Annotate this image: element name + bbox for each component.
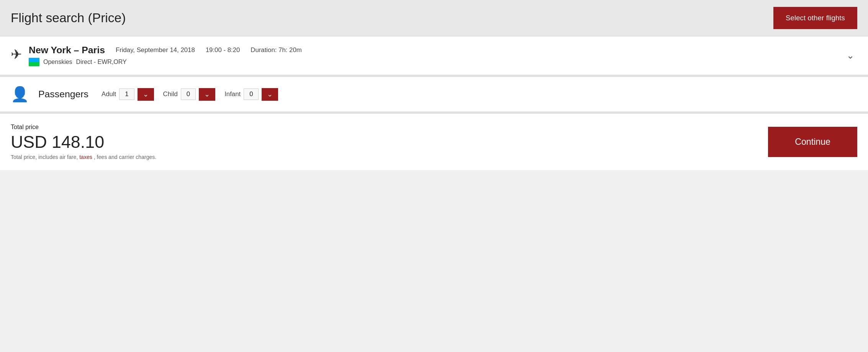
airline-name: Openskies [43,59,72,65]
price-section: Total price USD 148.10 Total price, incl… [0,114,868,170]
infant-group: Infant 0 ⌄ [224,88,278,101]
page-title: Flight search (Price) [11,11,126,25]
adult-label: Adult [102,90,116,98]
continue-button[interactable]: Continue [768,127,857,157]
passengers-label: Passengers [38,89,88,100]
flight-airline-row: Openskies Direct - EWR,ORY [29,58,302,66]
adult-count: 1 [119,88,134,100]
page-header: Flight search (Price) Select other fligh… [0,0,868,36]
adult-chevron-icon: ⌄ [143,90,149,98]
flight-route-row: New York – Paris Friday, September 14, 2… [29,45,302,56]
airline-logo [29,58,39,66]
infant-chevron-icon: ⌄ [267,90,273,98]
adult-group: Adult 1 ⌄ [102,88,154,101]
total-price-value: USD 148.10 [11,132,156,152]
flight-date: Friday, September 14, 2018 [116,46,195,54]
child-dropdown-button[interactable]: ⌄ [199,88,215,101]
disclaimer-after: , fees and carrier charges. [94,154,157,160]
disclaimer-before: Total price, includes air fare, [11,154,78,160]
flight-route: New York – Paris [29,45,105,56]
flight-duration: Duration: 7h: 20m [251,46,301,54]
child-label: Child [163,90,178,98]
passengers-section: 👤 Passengers Adult 1 ⌄ Child 0 ⌄ Infant … [0,77,868,114]
infant-label: Infant [224,90,241,98]
adult-dropdown-button[interactable]: ⌄ [138,88,154,101]
plane-icon: ✈ [11,46,22,62]
infant-dropdown-button[interactable]: ⌄ [262,88,278,101]
price-left: Total price USD 148.10 Total price, incl… [11,124,156,160]
flight-time: 19:00 - 8:20 [206,46,240,54]
select-other-flights-button[interactable]: Select other flights [773,7,857,29]
price-disclaimer: Total price, includes air fare, taxes , … [11,154,156,160]
flight-details: New York – Paris Friday, September 14, 2… [29,45,302,66]
flight-type: Direct - EWR,ORY [76,59,127,65]
child-count: 0 [181,88,196,100]
flight-expand-icon[interactable]: ⌄ [847,50,854,61]
taxes-link[interactable]: taxes [79,154,92,160]
total-price-label: Total price [11,124,156,131]
person-icon: 👤 [11,85,29,103]
flight-info-left: ✈ New York – Paris Friday, September 14,… [11,45,302,66]
child-group: Child 0 ⌄ [163,88,216,101]
child-chevron-icon: ⌄ [204,90,210,98]
flight-info-section: ✈ New York – Paris Friday, September 14,… [0,36,868,77]
infant-count: 0 [244,88,259,100]
